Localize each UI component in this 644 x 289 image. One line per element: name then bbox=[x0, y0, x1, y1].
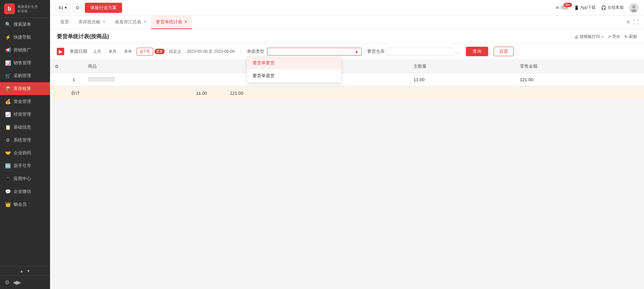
sidebar-scroll-controls: ▲ ▼ bbox=[0, 266, 50, 275]
tab-label-3: 要货单统计表 bbox=[156, 19, 182, 25]
table-footer: 合计 11.00 121.00 bbox=[50, 86, 644, 99]
more-date-badge[interactable]: 更多 bbox=[154, 49, 165, 54]
warehouse-label: 要货仓库 bbox=[367, 48, 385, 54]
dropdown-item-0[interactable]: 要货单要货 bbox=[247, 57, 341, 69]
topbar: 41 ▾ ⚙ 体验行业方案 ✉ 消息 99+ 📱 App下载 🎧 在线客服 bbox=[50, 0, 644, 16]
expand-icon[interactable]: ⛶ bbox=[633, 19, 639, 25]
sidebar-item-采购管理[interactable]: 🛒采购管理 bbox=[0, 69, 50, 82]
topbar-gear-btn[interactable]: ⚙ bbox=[73, 3, 82, 13]
online-service-item[interactable]: 🎧 在线客服 bbox=[601, 5, 624, 10]
sidebar-item-基础信息[interactable]: 📋基础信息 bbox=[0, 121, 50, 134]
filter-toggle-btn[interactable]: ▶ bbox=[57, 48, 64, 55]
app-logo-icon: b bbox=[4, 3, 15, 14]
app-download-item[interactable]: 📱 App下载 bbox=[574, 5, 596, 10]
col-settings[interactable]: ⚙ bbox=[50, 60, 64, 73]
close-all-icon[interactable]: ✕ bbox=[626, 19, 630, 25]
sidebar-logo: b 畅捷通好生意 标准版 bbox=[0, 0, 50, 18]
nav-icon-4: 🛒 bbox=[5, 73, 11, 79]
dropdown-item-1[interactable]: 要货单退货 bbox=[247, 69, 341, 82]
warehouse-input[interactable] bbox=[386, 48, 454, 55]
export-icon: ↗ bbox=[607, 35, 611, 39]
col-product: 商品 bbox=[84, 60, 259, 73]
sidebar-item-搜索菜单[interactable]: 🔍搜索菜单 bbox=[0, 18, 50, 31]
filter-bar: ▶ 单据日期 上月 本月 本年 近7天 更多 自定义 2023-05-06 至 … bbox=[50, 43, 644, 60]
messages-item[interactable]: ✉ 消息 99+ bbox=[556, 5, 569, 10]
sidebar-item-新手引导[interactable]: 🆕新手引导 bbox=[0, 159, 50, 172]
sidebar-item-企业微信[interactable]: 💬企业微信 bbox=[0, 185, 50, 198]
main-content: 41 ▾ ⚙ 体验行业方案 ✉ 消息 99+ 📱 App下载 🎧 在线客服 bbox=[50, 0, 644, 289]
settings-icon[interactable]: ⚙ bbox=[5, 279, 9, 286]
nav-icon-3: 📊 bbox=[5, 60, 11, 66]
column-settings-icon[interactable]: ⚙ bbox=[55, 64, 59, 69]
export-btn[interactable]: ↗ 导出 bbox=[607, 34, 620, 40]
col-no bbox=[64, 60, 84, 73]
nav-label-5: 库存核算 bbox=[14, 86, 31, 92]
nav-label-14: 畅会员 bbox=[14, 201, 27, 207]
chevron-up-icon[interactable]: ▲ bbox=[355, 49, 359, 54]
nav-label-11: 新手引导 bbox=[14, 163, 31, 169]
headset-icon: 🎧 bbox=[601, 5, 606, 10]
date-btn-7days[interactable]: 近7天 bbox=[137, 48, 153, 55]
table-row: 1 块 11.00 121.00 bbox=[50, 73, 644, 86]
date-btn-last-month[interactable]: 上月 bbox=[90, 48, 104, 55]
tab-1[interactable]: 库存批次账✕ bbox=[74, 16, 110, 29]
refresh-btn[interactable]: ↻ 刷新 bbox=[624, 34, 637, 40]
row-qty-cell: 11.00 bbox=[409, 73, 516, 86]
type-input-wrap[interactable]: ▲ bbox=[267, 48, 362, 55]
app-download-label: App下载 bbox=[580, 5, 596, 10]
nav-label-2: 营销推广 bbox=[14, 47, 31, 53]
nav-label-3: 销售管理 bbox=[14, 60, 31, 66]
query-btn[interactable]: 查询 bbox=[466, 47, 488, 56]
footer-label: 合计 bbox=[54, 90, 176, 96]
more-options-btn[interactable]: … bbox=[455, 48, 460, 54]
footer-amount: 121.00 bbox=[216, 91, 250, 96]
sidebar-item-销售管理[interactable]: 📊销售管理 bbox=[0, 57, 50, 69]
nav-icon-14: 👑 bbox=[5, 201, 11, 207]
user-avatar[interactable] bbox=[629, 3, 639, 13]
nav-label-13: 企业微信 bbox=[14, 188, 31, 195]
nav-icon-9: ⚙ bbox=[5, 137, 11, 143]
tab-close-3[interactable]: ✕ bbox=[184, 20, 187, 24]
tab-3[interactable]: 要货单统计表✕ bbox=[151, 16, 192, 29]
sidebar-item-企业协同[interactable]: 🤝企业协同 bbox=[0, 147, 50, 159]
tab-close-2[interactable]: ✕ bbox=[143, 20, 146, 24]
type-label: 单据类型 bbox=[247, 48, 264, 54]
nav-icon-1: ⚡ bbox=[5, 34, 11, 40]
message-icon: ✉ bbox=[556, 5, 559, 10]
print-btn[interactable]: 🖨 按模板打印 ▾ bbox=[574, 34, 603, 40]
data-table-wrap: ⚙ 商品 主计量单位 主数量 零售金额 1 bbox=[50, 60, 644, 86]
scroll-up-btn[interactable]: ▲ bbox=[20, 267, 24, 275]
company-selector[interactable]: 41 ▾ bbox=[55, 3, 70, 12]
trial-btn[interactable]: 体验行业方案 bbox=[85, 3, 122, 13]
refresh-icon: ↻ bbox=[624, 35, 628, 39]
sidebar-item-库存核算[interactable]: 📦库存核算 bbox=[0, 82, 50, 95]
sidebar-item-经营管理[interactable]: 📈经营管理 bbox=[0, 108, 50, 121]
settings-btn[interactable]: 设置 bbox=[494, 47, 514, 56]
nav-icon-7: 📈 bbox=[5, 111, 11, 117]
date-btn-custom[interactable]: 自定义 bbox=[166, 48, 184, 55]
date-btn-this-year[interactable]: 本年 bbox=[121, 48, 135, 55]
collapse-icon[interactable]: ◀▶ bbox=[13, 279, 21, 286]
tab-label-0: 首页 bbox=[60, 19, 69, 25]
scroll-down-btn[interactable]: ▼ bbox=[26, 267, 30, 275]
sidebar-item-营销推广[interactable]: 📢营销推广 bbox=[0, 44, 50, 57]
type-filter-section: 单据类型 ▲ 要货单要货要货单退货 bbox=[247, 48, 362, 55]
tab-2[interactable]: 收发存汇总表✕ bbox=[110, 16, 151, 29]
type-dropdown: 要货单要货要货单退货 bbox=[247, 56, 341, 83]
nav-icon-12: 📱 bbox=[5, 176, 11, 182]
tab-label-1: 库存批次账 bbox=[78, 19, 100, 25]
date-range-text: 2023-05-06 至 2023-06-06 bbox=[187, 49, 235, 54]
tab-controls: ✕ ⛶ bbox=[626, 19, 639, 25]
date-btn-this-month[interactable]: 本月 bbox=[105, 48, 120, 55]
tab-close-1[interactable]: ✕ bbox=[102, 20, 105, 24]
sidebar-item-畅会员[interactable]: 👑畅会员 bbox=[0, 198, 50, 211]
sidebar-item-系统管理[interactable]: ⚙系统管理 bbox=[0, 134, 50, 147]
tab-0[interactable]: 首页 bbox=[55, 16, 74, 29]
sidebar-item-资金管理[interactable]: 💰资金管理 bbox=[0, 95, 50, 108]
page-actions: 🖨 按模板打印 ▾ ↗ 导出 ↻ 刷新 bbox=[574, 34, 637, 40]
sidebar-item-应用中心[interactable]: 📱应用中心 bbox=[0, 172, 50, 185]
sidebar-item-快捷导航[interactable]: ⚡快捷导航 bbox=[0, 31, 50, 44]
page-title: 要货单统计表(按商品) bbox=[57, 33, 109, 40]
nav-label-1: 快捷导航 bbox=[14, 34, 31, 40]
type-input[interactable] bbox=[270, 49, 355, 54]
